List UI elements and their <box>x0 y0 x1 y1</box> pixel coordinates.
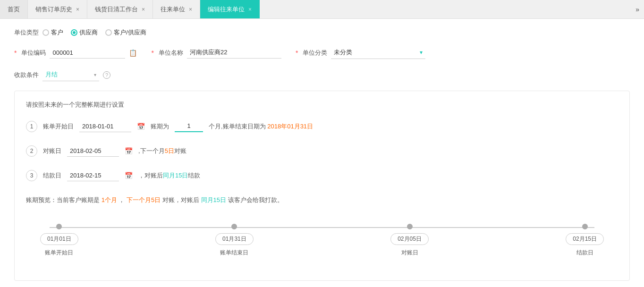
unit-code-star: * <box>14 49 17 57</box>
timeline-label-1: 账单开始日 <box>45 249 73 257</box>
tab-cashwork-close[interactable]: × <box>142 7 145 12</box>
timeline-badge-3: 02月05日 <box>390 233 429 245</box>
period-end-date: 2018年01月31日 <box>267 123 313 130</box>
unit-category-select[interactable]: 未分类 ▾ <box>331 46 425 59</box>
radio-both[interactable]: 客户/供应商 <box>105 28 146 37</box>
unit-code-input[interactable] <box>50 47 125 59</box>
timeline-dot-1 <box>56 224 62 229</box>
panel-title: 请按照未来的一个完整帐期进行设置 <box>26 101 618 109</box>
unit-info-row: * 单位编码 📋 * 单位名称 * 单位分类 未分类 ▾ <box>14 46 630 59</box>
timeline-badge-1: 01月01日 <box>40 233 78 245</box>
tab-partner-units[interactable]: 往来单位 × <box>153 0 200 18</box>
tab-cashwork-label: 钱货日清工作台 <box>95 5 138 14</box>
period-value-input[interactable] <box>175 120 203 132</box>
preview-part3: 同月15日 <box>201 196 226 203</box>
settlement-date-input[interactable] <box>67 170 119 181</box>
settlement-cal-icon[interactable]: 📅 <box>125 172 133 179</box>
tab-sales-history-close[interactable]: × <box>76 7 79 12</box>
timeline-point-3: 02月05日 对账日 <box>390 221 429 257</box>
payment-terms-help-icon[interactable]: ? <box>103 71 110 79</box>
unit-category-star: * <box>296 49 298 57</box>
main-content: 单位类型 客户 供应商 客户/供应商 * 单位编码 <box>0 19 644 287</box>
unit-name-star: * <box>151 49 153 57</box>
radio-customer[interactable]: 客户 <box>42 28 63 37</box>
reconcile-date-input[interactable] <box>67 145 119 157</box>
setting-num-3: 3 <box>26 170 37 181</box>
reconcile-highlight: 5日 <box>165 147 174 154</box>
timeline-dot-3 <box>407 224 413 229</box>
reconcile-cal-icon[interactable]: 📅 <box>125 147 133 155</box>
tab-cashwork[interactable]: 钱货日清工作台 × <box>87 0 153 18</box>
timeline-point-4: 02月15日 结款日 <box>566 221 604 257</box>
period-unit-text: 个月,账单结束日期为 2018年01月31日 <box>209 122 313 131</box>
radio-both-label: 客户/供应商 <box>114 28 146 37</box>
timeline-badge-4: 02月15日 <box>566 233 604 245</box>
settlement-label: 结款日 <box>43 171 61 180</box>
preview-part1: 1个月 <box>102 196 117 203</box>
unit-type-group: 单位类型 客户 供应商 客户/供应商 <box>14 28 146 37</box>
timeline-label-3: 对账日 <box>401 249 418 257</box>
payment-terms-arrow-icon: ▾ <box>94 72 96 77</box>
setting-num-1: 1 <box>26 121 37 132</box>
unit-category-label: 单位分类 <box>303 49 327 57</box>
bill-start-label: 账单开始日 <box>43 122 74 131</box>
setting-row-2: 2 对账日 📅 ,下一个月5日对账 <box>26 145 618 157</box>
setting-row-1: 1 账单开始日 📅 账期为 个月,账单结束日期为 2018年01月31日 <box>26 120 618 132</box>
radio-customer-circle <box>42 29 49 36</box>
timeline-label-4: 结款日 <box>576 249 593 257</box>
preview-part2: 下一个月5日 <box>127 196 161 203</box>
radio-supplier-circle <box>71 29 77 36</box>
payment-terms-row: 收款条件 月结 ▾ ? <box>14 68 630 81</box>
radio-customer-label: 客户 <box>51 28 63 37</box>
timeline: 01月01日 账单开始日 01月31日 账单结束日 02月05日 对账日 02月… <box>26 217 618 271</box>
tab-bar: 首页 销售订单历史 × 钱货日清工作台 × 往来单位 × 编辑往来单位 × » <box>0 0 644 19</box>
timeline-label-2: 账单结束日 <box>220 249 248 257</box>
settlement-highlight: 同月15日 <box>163 172 188 179</box>
unit-category-group: * 单位分类 未分类 ▾ <box>296 46 425 59</box>
period-label-pre: 账期为 <box>151 122 169 131</box>
timeline-dot-2 <box>231 224 237 229</box>
payment-terms-value: 月结 <box>45 70 91 79</box>
setting-row-3: 3 结款日 📅 ，对账后同月15日结款 <box>26 170 618 181</box>
tab-edit-partner[interactable]: 编辑往来单位 × <box>200 0 260 18</box>
unit-name-input[interactable] <box>187 47 281 59</box>
timeline-dot-4 <box>582 224 588 229</box>
unit-category-arrow-icon: ▾ <box>420 49 423 56</box>
settings-panel: 请按照未来的一个完整帐期进行设置 1 账单开始日 📅 账期为 个月,账单结束日期… <box>14 91 630 281</box>
radio-supplier-label: 供应商 <box>79 28 98 37</box>
reconcile-hint: ,下一个月5日对账 <box>138 147 186 155</box>
tab-partner-units-close[interactable]: × <box>189 7 192 12</box>
tab-more-icon: » <box>636 6 639 13</box>
tab-sales-history[interactable]: 销售订单历史 × <box>28 0 87 18</box>
unit-code-label: 单位编码 <box>21 49 46 57</box>
radio-both-circle <box>105 29 112 36</box>
setting-num-2: 2 <box>26 145 37 157</box>
reconcile-label: 对账日 <box>43 147 61 155</box>
unit-category-value: 未分类 <box>334 48 417 57</box>
settlement-hint: ，对账后同月15日结款 <box>138 171 200 180</box>
unit-code-group: * 单位编码 📋 <box>14 47 137 59</box>
timeline-point-1: 01月01日 账单开始日 <box>40 221 78 257</box>
tab-home-label: 首页 <box>8 5 20 14</box>
tab-partner-units-label: 往来单位 <box>161 5 185 14</box>
tab-more-button[interactable]: » <box>631 0 644 18</box>
unit-name-group: * 单位名称 <box>151 47 281 59</box>
payment-terms-select[interactable]: 月结 ▾ <box>42 68 99 81</box>
unit-type-radio-group: 客户 供应商 客户/供应商 <box>42 28 146 37</box>
bill-start-cal-icon[interactable]: 📅 <box>137 123 145 130</box>
preview-text: 账期预览：当前客户账期是 1个月 ， 下一个月5日 对账，对账后 同月15日 该… <box>26 194 618 205</box>
unit-name-label: 单位名称 <box>159 49 183 57</box>
timeline-points: 01月01日 账单开始日 01月31日 账单结束日 02月05日 对账日 02月… <box>40 221 604 257</box>
tab-edit-partner-label: 编辑往来单位 <box>208 5 245 14</box>
payment-terms-group: 收款条件 月结 ▾ ? <box>14 68 110 81</box>
payment-terms-label: 收款条件 <box>14 71 39 79</box>
timeline-point-2: 01月31日 账单结束日 <box>215 221 254 257</box>
bill-start-date-input[interactable] <box>79 121 131 132</box>
unit-type-row: 单位类型 客户 供应商 客户/供应商 <box>14 28 630 37</box>
radio-supplier[interactable]: 供应商 <box>71 28 98 37</box>
tab-home[interactable]: 首页 <box>0 0 28 18</box>
tab-edit-partner-close[interactable]: × <box>248 7 252 12</box>
unit-code-icon[interactable]: 📋 <box>129 49 137 57</box>
unit-type-label: 单位类型 <box>14 28 39 37</box>
tab-sales-history-label: 销售订单历史 <box>35 5 72 14</box>
